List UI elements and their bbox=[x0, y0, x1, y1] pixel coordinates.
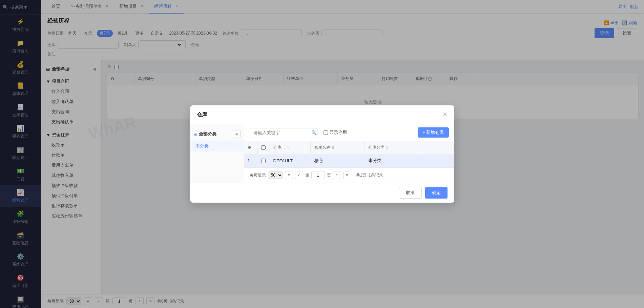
modal-last-btn[interactable]: » bbox=[343, 171, 351, 179]
modal-all-label[interactable]: 全部分类 bbox=[199, 131, 216, 137]
cancel-button[interactable]: 取消 bbox=[399, 187, 422, 199]
show-disabled-label[interactable]: 显示停用 bbox=[324, 129, 347, 136]
row-check[interactable] bbox=[258, 154, 270, 167]
modal-select-all[interactable] bbox=[261, 145, 266, 150]
modal-search-input[interactable] bbox=[250, 128, 317, 137]
modal-close-button[interactable]: ✕ bbox=[442, 111, 448, 118]
sort-name-icon: ⇅ bbox=[332, 146, 334, 149]
row-name: 总仓 bbox=[311, 154, 365, 167]
modal-page-suffix: 页 bbox=[327, 172, 331, 178]
grid-icon-modal: ⊞ bbox=[193, 131, 198, 137]
modal-header: 仓库 ✕ bbox=[190, 105, 454, 124]
modal-footer: 取消 确定 bbox=[190, 183, 454, 203]
row-checkbox[interactable] bbox=[261, 159, 266, 163]
modal-unclassified-item[interactable]: 未分类 bbox=[190, 141, 244, 151]
modal-th-category[interactable]: 仓库分类 ⇅ bbox=[365, 141, 419, 154]
modal-page-size-select[interactable]: 50 bbox=[268, 171, 283, 179]
confirm-button[interactable]: 确定 bbox=[425, 187, 448, 199]
modal-th-code[interactable]: 仓库... ⇅ bbox=[270, 141, 311, 154]
modal-table: ⚙ 仓库... ⇅ 仓库名称 ⇅ bbox=[244, 141, 454, 167]
modal-th-name[interactable]: 仓库名称 ⇅ bbox=[311, 141, 365, 154]
show-disabled-checkbox[interactable] bbox=[324, 130, 328, 135]
modal-th-settings[interactable]: ⚙ bbox=[244, 141, 258, 154]
modal-next-btn[interactable]: › bbox=[333, 171, 341, 179]
modal-right-panel: 🔍 显示停用 + 新增仓库 ⚙ bbox=[244, 124, 454, 183]
modal-search-icon[interactable]: 🔍 bbox=[311, 130, 317, 135]
modal-prev-btn[interactable]: ‹ bbox=[295, 171, 303, 179]
modal-page-size-label: 每页显示 bbox=[250, 172, 266, 178]
modal-page-input[interactable] bbox=[311, 171, 325, 179]
modal-first-btn[interactable]: « bbox=[285, 171, 293, 179]
modal-total-info: 共1页, 1条记录 bbox=[356, 172, 383, 178]
row-code: DEFAULT bbox=[270, 154, 311, 167]
add-warehouse-button[interactable]: + 新增仓库 bbox=[418, 127, 449, 138]
row-num: 1 bbox=[244, 154, 258, 167]
show-disabled-text: 显示停用 bbox=[329, 129, 347, 136]
settings-gear-icon: ⚙ bbox=[248, 145, 251, 150]
modal-th-check bbox=[258, 141, 270, 154]
modal-overlay: 仓库 ✕ ⊞ 全部分类 ◀ 未分类 🔍 bbox=[0, 0, 644, 308]
modal-pagination: 每页显示 50 « ‹ 第 页 › » 共1页, 1条记录 bbox=[244, 167, 454, 183]
modal-left-panel: ⊞ 全部分类 ◀ 未分类 bbox=[190, 124, 244, 183]
sort-cat-icon: ⇅ bbox=[386, 146, 389, 149]
modal-collapse-btn[interactable]: ◀ bbox=[232, 130, 241, 138]
warehouse-modal: 仓库 ✕ ⊞ 全部分类 ◀ 未分类 🔍 bbox=[190, 105, 454, 203]
modal-table-header: ⚙ 仓库... ⇅ 仓库名称 ⇅ bbox=[244, 141, 454, 154]
modal-title: 仓库 bbox=[197, 111, 207, 118]
sort-code-icon: ⇅ bbox=[286, 146, 289, 149]
modal-body: ⊞ 全部分类 ◀ 未分类 🔍 显示停用 + 新增仓库 bbox=[190, 124, 454, 183]
modal-page-label: 第 bbox=[305, 172, 309, 178]
table-row[interactable]: 1 DEFAULT 总仓 未分类 bbox=[244, 154, 454, 167]
row-category: 未分类 bbox=[365, 154, 419, 167]
modal-toolbar: 🔍 显示停用 + 新增仓库 bbox=[244, 124, 454, 141]
